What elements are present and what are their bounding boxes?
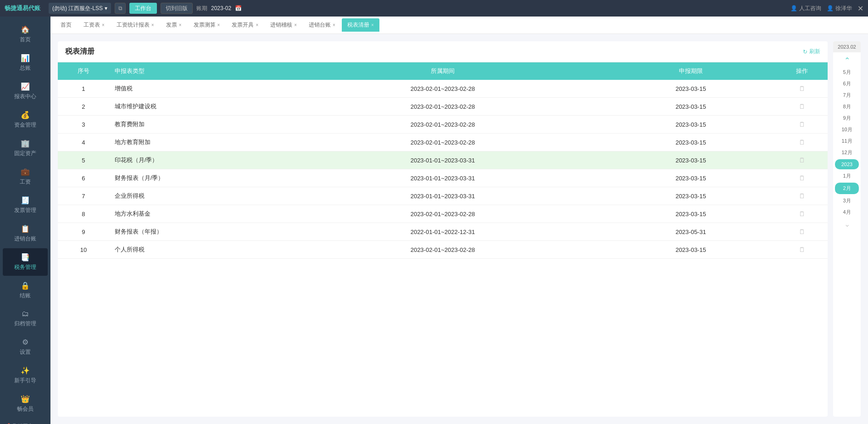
cell-type: 个人所得税 bbox=[109, 241, 280, 259]
sidebar-item-tax[interactable]: 📑 税务管理 bbox=[3, 248, 48, 276]
tab-close-invoice[interactable]: × bbox=[179, 22, 182, 28]
col-type: 申报表类型 bbox=[109, 62, 280, 80]
timeline-month-3[interactable]: 3月 bbox=[833, 195, 861, 206]
timeline-month-8[interactable]: 8月 bbox=[833, 101, 861, 112]
tab-close-invoice-calc[interactable]: × bbox=[217, 22, 220, 28]
action-icon[interactable]: 🗒 bbox=[799, 103, 805, 110]
timeline-month-10[interactable]: 10月 bbox=[833, 124, 861, 135]
cell-period: 2023-02-01~2023-02-28 bbox=[280, 241, 605, 259]
table-row: 9 财务报表（年报） 2022-01-01~2022-12-31 2023-05… bbox=[58, 223, 828, 241]
refresh-button[interactable]: ↻ 刷新 bbox=[803, 48, 820, 56]
sidebar-item-guide[interactable]: ✨ 新手引导 bbox=[3, 362, 48, 389]
cell-period: 2023-01-01~2023-03-31 bbox=[280, 151, 605, 169]
action-icon[interactable]: 🗒 bbox=[799, 246, 805, 253]
ledger-icon: 📊 bbox=[21, 54, 30, 62]
action-icon[interactable]: 🗒 bbox=[799, 192, 805, 200]
workbench-button[interactable]: 工作台 bbox=[129, 3, 157, 14]
sidebar-item-invoice[interactable]: 🧾 发票管理 bbox=[3, 191, 48, 219]
cell-action: 🗒 bbox=[776, 134, 828, 151]
sidebar-item-close-accounts[interactable]: 🔒 结账 bbox=[3, 277, 48, 304]
tab-home[interactable]: 首页 bbox=[55, 18, 77, 32]
user-info[interactable]: 👤 徐泽华 bbox=[827, 5, 852, 12]
action-icon[interactable]: 🗒 bbox=[799, 139, 805, 146]
sidebar-item-home[interactable]: 🏠 首页 bbox=[3, 21, 48, 48]
timeline-month-1[interactable]: 1月 bbox=[833, 170, 861, 182]
timeline-month-5[interactable]: 5月 bbox=[833, 67, 861, 78]
cell-action: 🗒 bbox=[776, 187, 828, 205]
tab-salary-report[interactable]: 工资统计报表 × bbox=[111, 18, 160, 32]
tab-purchase-ledger[interactable]: 进销台账 × bbox=[303, 18, 341, 32]
cell-no: 8 bbox=[58, 205, 109, 223]
cell-period: 2023-02-01~2023-02-28 bbox=[280, 98, 605, 116]
sidebar-item-archive[interactable]: 🗂 归档管理 bbox=[3, 305, 48, 332]
cell-deadline: 2023-03-15 bbox=[605, 169, 776, 187]
action-icon[interactable]: 🗒 bbox=[799, 174, 805, 182]
calendar-icon[interactable]: 📅 bbox=[235, 5, 242, 11]
company-name: (勿动) 江西服垒-LSS bbox=[52, 5, 103, 12]
tab-tax-list[interactable]: 税表清册 × bbox=[342, 18, 379, 32]
timeline-year-2023[interactable]: 2023 bbox=[835, 159, 859, 169]
sidebar-item-label: 设置 bbox=[20, 348, 31, 356]
cell-type: 教育费附加 bbox=[109, 116, 280, 134]
tab-invoice-open[interactable]: 发票开具 × bbox=[226, 18, 264, 32]
sidebar-item-settings[interactable]: ⚙ 设置 bbox=[3, 333, 48, 361]
sidebar-item-ledger[interactable]: 📊 总账 bbox=[3, 49, 48, 77]
action-icon[interactable]: 🗒 bbox=[799, 121, 805, 128]
tab-close-purchase-ledger[interactable]: × bbox=[333, 22, 335, 28]
timeline-month-11[interactable]: 11月 bbox=[833, 135, 861, 147]
purchase-icon: 📋 bbox=[21, 224, 30, 233]
timeline-month-12[interactable]: 12月 bbox=[833, 147, 861, 158]
tab-purchase-check[interactable]: 进销稽核 × bbox=[265, 18, 302, 32]
sidebar-item-label: 首页 bbox=[20, 36, 31, 44]
tab-invoice[interactable]: 发票 × bbox=[161, 18, 187, 32]
copy-button[interactable]: ⧉ bbox=[115, 3, 126, 14]
cell-deadline: 2023-03-15 bbox=[605, 134, 776, 151]
tab-salary[interactable]: 工资表 × bbox=[78, 18, 110, 32]
action-icon[interactable]: 🗒 bbox=[799, 228, 805, 235]
cell-deadline: 2023-03-15 bbox=[605, 205, 776, 223]
switch-button[interactable]: 切到旧版 bbox=[161, 3, 193, 14]
table-row: 8 地方水利基金 2023-02-01~2023-02-28 2023-03-1… bbox=[58, 205, 828, 223]
tab-close-salary-report[interactable]: × bbox=[151, 22, 154, 28]
sidebar-item-fund[interactable]: 💰 资金管理 bbox=[3, 106, 48, 134]
cell-period: 2023-02-01~2023-02-28 bbox=[280, 205, 605, 223]
cell-action: 🗒 bbox=[776, 151, 828, 169]
sidebar-item-label: 结账 bbox=[20, 292, 31, 300]
cell-period: 2023-01-01~2023-03-31 bbox=[280, 169, 605, 187]
sidebar-item-assets[interactable]: 🏢 固定资产 bbox=[3, 134, 48, 162]
action-icon[interactable]: 🗒 bbox=[799, 210, 805, 218]
action-icon[interactable]: 🗒 bbox=[799, 156, 805, 164]
close-window-button[interactable]: ✕ bbox=[857, 4, 863, 13]
tab-invoice-calc[interactable]: 发票测算 × bbox=[188, 18, 226, 32]
page-content: 税表清册 ↻ 刷新 序号 申报表类型 所属期间 申报期限 bbox=[50, 34, 868, 424]
fund-icon: 💰 bbox=[21, 111, 30, 119]
sidebar-item-purchase[interactable]: 📋 进销台账 bbox=[3, 220, 48, 247]
timeline-header: 2023.02 bbox=[833, 41, 861, 52]
home-icon: 🏠 bbox=[21, 25, 30, 34]
timeline-month-4[interactable]: 4月 bbox=[833, 206, 861, 218]
timeline-month-9[interactable]: 9月 bbox=[833, 112, 861, 124]
timeline-month-7[interactable]: 7月 bbox=[833, 89, 861, 101]
sidebar-item-member[interactable]: 👑 畅会员 bbox=[3, 390, 48, 418]
tab-close-tax-list[interactable]: × bbox=[371, 22, 374, 28]
tab-close-salary[interactable]: × bbox=[102, 22, 105, 28]
cell-type: 企业所得税 bbox=[109, 187, 280, 205]
tab-close-invoice-open[interactable]: × bbox=[256, 22, 258, 28]
sidebar-item-label: 归档管理 bbox=[14, 320, 36, 328]
unpin-button[interactable]: 📌 取消固定 bbox=[0, 418, 50, 424]
tab-bar: 首页 工资表 × 工资统计报表 × 发票 × 发票测算 × 发票开具 × bbox=[50, 17, 868, 34]
sidebar-item-label: 总账 bbox=[20, 64, 31, 72]
sidebar-item-report[interactable]: 📈 报表中心 bbox=[3, 78, 48, 105]
page-title: 税表清册 bbox=[65, 47, 95, 56]
col-deadline: 申报期限 bbox=[605, 62, 776, 80]
timeline-month-2[interactable]: 2月 bbox=[835, 183, 859, 194]
timeline-down-button[interactable]: ⌄ bbox=[842, 218, 852, 230]
sidebar-item-label: 税务管理 bbox=[14, 263, 36, 271]
timeline-month-6[interactable]: 6月 bbox=[833, 78, 861, 89]
timeline-up-button[interactable]: ⌃ bbox=[842, 54, 852, 67]
action-icon[interactable]: 🗒 bbox=[799, 85, 805, 92]
sidebar-item-salary[interactable]: 💼 工资 bbox=[3, 163, 48, 190]
ai-consult-button[interactable]: 👤 人工咨询 bbox=[790, 5, 821, 12]
tab-close-purchase-check[interactable]: × bbox=[294, 22, 297, 28]
company-selector[interactable]: (勿动) 江西服垒-LSS ▾ bbox=[49, 3, 111, 14]
